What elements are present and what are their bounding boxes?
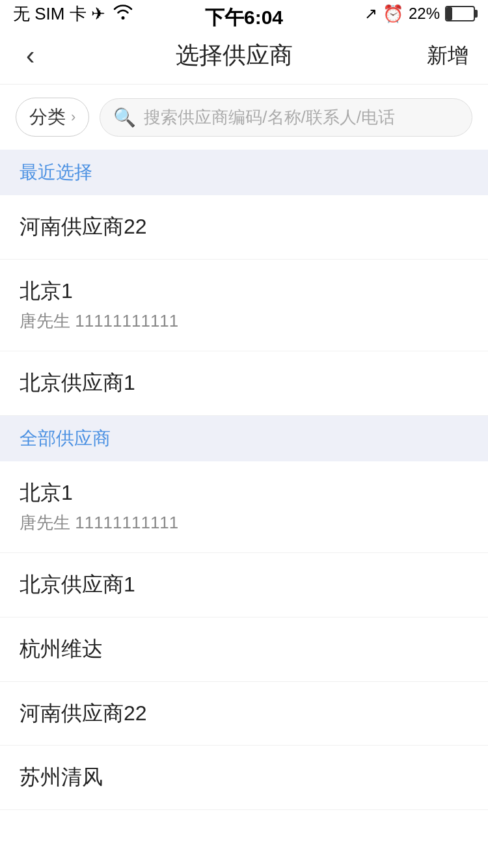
search-box[interactable]: 🔍 xyxy=(100,98,472,137)
category-filter-button[interactable]: 分类 › xyxy=(16,98,89,137)
supplier-name: 北京1 xyxy=(20,480,468,507)
time-display: 下午6:04 xyxy=(205,5,283,31)
section-header-all: 全部供应商 xyxy=(0,416,488,461)
supplier-name: 河南供应商22 xyxy=(20,700,468,727)
back-button[interactable]: ‹ xyxy=(20,34,41,77)
list-item[interactable]: 杭州维达 xyxy=(0,617,488,682)
supplier-name: 河南供应商22 xyxy=(20,213,468,241)
supplier-name: 苏州清风 xyxy=(20,764,468,791)
section-header-recent: 最近选择 xyxy=(0,150,488,195)
supplier-list: 最近选择河南供应商22北京1唐先生 11111111111北京供应商1全部供应商… xyxy=(0,150,488,810)
battery-icon xyxy=(445,6,475,21)
list-item[interactable]: 河南供应商22 xyxy=(0,195,488,260)
status-left: 无 SIM 卡 ✈ xyxy=(13,3,134,25)
list-item[interactable]: 北京1唐先生 11111111111 xyxy=(0,260,488,352)
wifi-icon xyxy=(112,3,134,25)
page-title: 选择供应商 xyxy=(176,40,293,72)
supplier-name: 北京供应商1 xyxy=(20,571,468,599)
nav-bar: ‹ 选择供应商 新增 xyxy=(0,27,488,85)
add-button[interactable]: 新增 xyxy=(427,42,468,70)
alarm-icon: ⏰ xyxy=(383,4,403,24)
supplier-name: 北京供应商1 xyxy=(20,370,468,397)
status-bar: 无 SIM 卡 ✈ 下午6:04 ↗ ⏰ 22% xyxy=(0,0,488,27)
list-item[interactable]: 苏州清风 xyxy=(0,746,488,810)
search-icon: 🔍 xyxy=(113,107,136,128)
filter-row: 分类 › 🔍 xyxy=(0,85,488,150)
battery-percent: 22% xyxy=(409,5,440,23)
chevron-right-icon: › xyxy=(71,109,75,126)
location-icon: ↗ xyxy=(364,5,377,23)
no-sim-label: 无 SIM 卡 ✈ xyxy=(13,3,105,25)
list-item[interactable]: 河南供应商22 xyxy=(0,682,488,746)
list-item[interactable]: 北京供应商1 xyxy=(0,351,488,416)
supplier-name: 北京1 xyxy=(20,278,468,305)
status-right: ↗ ⏰ 22% xyxy=(364,4,475,24)
supplier-name: 杭州维达 xyxy=(20,636,468,663)
list-item[interactable]: 北京供应商1 xyxy=(0,553,488,617)
supplier-contact: 唐先生 11111111111 xyxy=(20,511,468,534)
search-input[interactable] xyxy=(144,107,459,128)
list-item[interactable]: 北京1唐先生 11111111111 xyxy=(0,461,488,554)
category-label: 分类 xyxy=(29,105,66,129)
supplier-contact: 唐先生 11111111111 xyxy=(20,310,468,332)
